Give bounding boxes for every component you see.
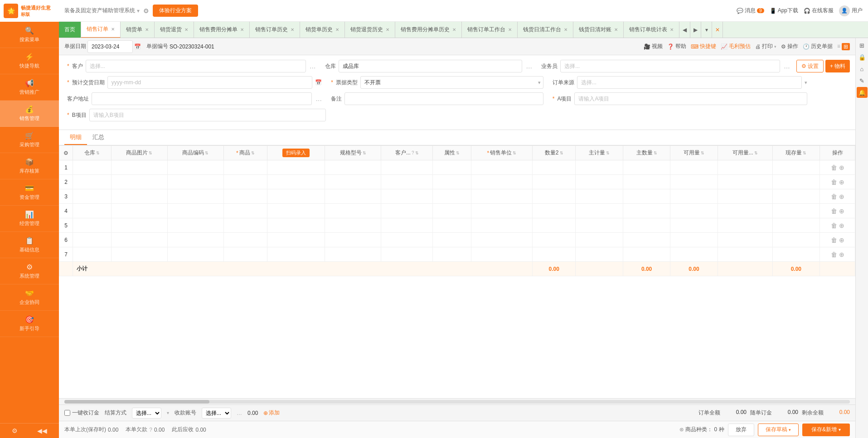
row-5-sales-unit[interactable] [471, 218, 532, 233]
grid-view-icon[interactable]: ⊞ [842, 43, 850, 50]
staff-input[interactable] [560, 60, 780, 72]
shortcut-item[interactable]: ⌨ 快捷键 [691, 43, 716, 50]
row-1-product[interactable] [224, 160, 267, 175]
add-material-button[interactable]: + 物料 [825, 60, 850, 72]
save-draft-button[interactable]: 保存草稿 ▾ [758, 424, 799, 436]
row-2-sales-unit[interactable] [471, 175, 532, 189]
row-3-code[interactable] [167, 189, 223, 204]
date-input[interactable] [87, 40, 133, 53]
row-4-copy-icon[interactable]: ⊕ [839, 207, 844, 215]
row-7-delete-icon[interactable]: 🗑 [831, 251, 837, 258]
row-3-warehouse[interactable] [73, 189, 112, 204]
row-4-spec[interactable] [325, 204, 381, 218]
sidebar-item-search[interactable]: 🔍 搜索菜单 [0, 22, 59, 48]
row-2-code[interactable] [167, 175, 223, 189]
th-sort-available[interactable]: 可用量⇅ [684, 149, 704, 157]
row-6-product[interactable] [224, 233, 267, 247]
address-input[interactable] [92, 92, 312, 105]
row-5-copy-icon[interactable]: ⊕ [839, 222, 844, 229]
order-source-input[interactable] [577, 76, 802, 89]
scan-input-button[interactable]: 扫码录入 [282, 149, 310, 157]
row-2-attribute[interactable] [433, 175, 471, 189]
message-icon-item[interactable]: 💬 消息 9 [737, 7, 764, 14]
tab-close-cash-daily-reconcile[interactable]: ✕ [614, 27, 618, 32]
staff-more-icon[interactable]: … [784, 63, 790, 70]
settings-button[interactable]: ⚙ 设置 [796, 60, 824, 72]
detail-tab-summary[interactable]: 汇总 [87, 130, 110, 145]
help-item[interactable]: ❓ 帮助 [667, 43, 686, 50]
th-gear[interactable]: ⚙ [59, 146, 73, 160]
row-4-delete-icon[interactable]: 🗑 [831, 207, 837, 215]
row-4-customer-code[interactable] [381, 204, 433, 218]
one-click-payment-check[interactable] [64, 410, 70, 416]
row-1-warehouse[interactable] [73, 160, 112, 175]
tab-sales-return[interactable]: 销货退货 ✕ [155, 22, 194, 38]
row-7-main-qty[interactable] [623, 247, 670, 262]
row-3-qty2[interactable] [532, 189, 576, 204]
sidebar-gear-icon[interactable]: ⚙ [12, 427, 18, 434]
row-1-customer-code[interactable] [381, 160, 433, 175]
sidebar-item-basic-info[interactable]: 📋 基础信息 [0, 232, 59, 258]
sidebar-item-quick-nav[interactable]: ⚡ 快捷导航 [0, 48, 59, 74]
solution-btn[interactable]: 体验行业方案 [153, 5, 198, 17]
row-3-attribute[interactable] [433, 189, 471, 204]
row-7-customer-code[interactable] [381, 247, 433, 262]
tab-close-cash-daily-workbench[interactable]: ✕ [564, 27, 567, 32]
row-6-delete-icon[interactable]: 🗑 [831, 236, 837, 244]
profit-item[interactable]: 📈 毛利预估 [721, 43, 751, 50]
tab-close-all-btn[interactable]: ✕ [712, 22, 723, 38]
one-click-payment-checkbox[interactable]: 一键收订金 [64, 409, 99, 417]
tab-sales-invoice[interactable]: 销货单 ✕ [121, 22, 155, 38]
row-2-warehouse[interactable] [73, 175, 112, 189]
row-4-code[interactable] [167, 204, 223, 218]
view-video-item[interactable]: 🎥 视频 [644, 43, 663, 50]
th-sort-current-stock[interactable]: 现存量⇅ [786, 149, 806, 157]
user-menu[interactable]: 👤 用户 [839, 5, 863, 16]
row-3-customer-code[interactable] [381, 189, 433, 204]
payment-dropdown-icon[interactable]: ▾ [167, 410, 169, 415]
tab-cash-daily-workbench[interactable]: 钱货日清工作台 ✕ [518, 22, 573, 38]
gear-settings-icon[interactable]: ⚙ [143, 7, 149, 14]
invoice-type-input[interactable] [360, 76, 543, 89]
right-nav-icon-5[interactable]: 🔔 [857, 87, 868, 98]
address-more-icon[interactable]: … [315, 95, 322, 102]
row-3-delete-icon[interactable]: 🗑 [831, 193, 837, 200]
th-sort-spec[interactable]: 规格型号⇅ [340, 149, 366, 157]
row-2-main-qty[interactable] [623, 175, 670, 189]
row-5-delete-icon[interactable]: 🗑 [831, 222, 837, 229]
remark-input[interactable] [344, 92, 543, 105]
th-sort-warehouse[interactable]: 仓库⇅ [84, 149, 100, 157]
save-draft-dropdown-icon[interactable]: ▾ [789, 428, 791, 432]
row-6-qty2[interactable] [532, 233, 576, 247]
th-sort-attribute[interactable]: 属性⇅ [444, 149, 460, 157]
save-new-button[interactable]: 保存&新增 ▾ [802, 424, 850, 436]
row-4-product[interactable] [224, 204, 267, 218]
row-1-main-qty[interactable] [623, 160, 670, 175]
tab-close-sales-invoice[interactable]: ✕ [145, 27, 149, 32]
right-nav-icon-4[interactable]: ✎ [857, 75, 868, 86]
sidebar-item-purchase[interactable]: 🛒 采购管理 [0, 127, 59, 153]
row-4-main-qty[interactable] [623, 204, 670, 218]
tab-close-sales-order[interactable]: ✕ [111, 27, 115, 32]
right-nav-icon-1[interactable]: ⊞ [857, 40, 868, 51]
row-7-code[interactable] [167, 247, 223, 262]
row-3-sales-unit[interactable] [471, 189, 532, 204]
tab-next-btn[interactable]: ▶ [690, 22, 701, 38]
print-item[interactable]: 🖨 打印 ▾ [755, 43, 776, 50]
row-6-sales-unit[interactable] [471, 233, 532, 247]
list-view-icon[interactable]: ≡ [837, 43, 840, 50]
discard-button[interactable]: 放弃 [728, 424, 754, 436]
tab-close-sales-return-history[interactable]: ✕ [386, 27, 389, 32]
row-6-spec[interactable] [325, 233, 381, 247]
payment-method-select[interactable]: 选择... [132, 408, 161, 419]
row-7-qty2[interactable] [532, 247, 576, 262]
delivery-date-input[interactable] [107, 76, 313, 89]
row-4-sales-unit[interactable] [471, 204, 532, 218]
a-project-input[interactable] [574, 92, 807, 105]
row-2-spec[interactable] [325, 175, 381, 189]
row-2-product[interactable] [224, 175, 267, 189]
row-1-delete-icon[interactable]: 🗑 [831, 164, 837, 171]
account-more-icon[interactable]: … [237, 410, 242, 416]
tab-close-sales-workbench[interactable]: ✕ [508, 27, 512, 32]
sidebar-item-operations[interactable]: 📊 经营管理 [0, 206, 59, 232]
